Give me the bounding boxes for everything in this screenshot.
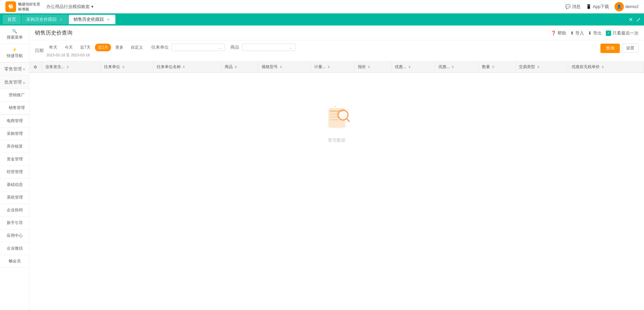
settings-icon: ⚙ <box>34 65 37 69</box>
content-area: 销售历史价查询 ❓ 帮助 ⬆ 导入 ⬇ 导出 ✓ <box>30 25 644 310</box>
sort-icon-goods <box>235 65 237 68</box>
sort-icon-discount2 <box>452 65 454 68</box>
goods-input[interactable] <box>245 45 288 50</box>
sidebar-item-operation-mgmt[interactable]: 经营管理 <box>0 166 29 178</box>
table-header-row: ⚙ 业务发生... 往来单位 往来单位名称 <box>30 61 644 73</box>
export-btn[interactable]: ⬇ 导出 <box>588 30 602 36</box>
sidebar-item-enterprise-wechat[interactable]: 企业微信 <box>0 242 29 255</box>
sort-icon-trade-type <box>537 65 539 68</box>
tab-home[interactable]: 首页 <box>3 15 21 24</box>
svg-rect-5 <box>330 119 338 120</box>
svg-line-8 <box>346 118 349 121</box>
app-selector[interactable]: 办公用品行业模拟账套 ▾ <box>44 2 96 11</box>
svg-point-7 <box>339 111 347 119</box>
close-all-tabs-btn[interactable]: ✕ <box>628 16 634 23</box>
tab-sales-history-close[interactable]: × <box>106 17 111 22</box>
sidebar: 🔍 搜索菜单 ⚡ 快捷导航 零售管理 ▾ 批发管理 ▴ 营销推广 销售管理 电商… <box>0 25 30 310</box>
sidebar-item-label: 零售管理 <box>4 66 22 72</box>
settings-button[interactable]: 设置 <box>622 44 639 53</box>
sidebar-item-inventory-check[interactable]: 库存核算 <box>0 140 29 153</box>
table-col-goods[interactable]: 商品 <box>221 61 258 73</box>
logo-area: 畅 畅捷信好生意 标准版 <box>5 1 40 12</box>
goods-field[interactable]: ... <box>242 44 296 51</box>
table-col-biz-date[interactable]: 业务发生... <box>42 61 101 73</box>
sidebar-item-ecommerce-mgmt[interactable]: 电商管理 <box>0 115 29 127</box>
goods-filter-group: 商品 ... <box>230 44 296 51</box>
table-col-quote[interactable]: 报价 <box>354 61 391 73</box>
sidebar-item-purchase-mgmt[interactable]: 采购管理 <box>0 127 29 140</box>
avatar: 👤 <box>614 2 624 11</box>
sidebar-item-enterprise-collab[interactable]: 企业协同 <box>0 204 29 217</box>
table-col-discount2[interactable]: 优惠... <box>435 61 479 73</box>
goods-label: 商品 <box>230 44 239 50</box>
page-content: 销售历史价查询 ❓ 帮助 ⬆ 导入 ⬇ 导出 ✓ <box>30 25 644 310</box>
sidebar-item-member[interactable]: 畅会员 <box>0 255 29 268</box>
date-btn-last1m[interactable]: 近1月 <box>95 44 111 51</box>
filter-bar: 日期 昨天 今天 近7天 近1月 更多 自定义 2023-02-18 至 202… <box>30 40 644 61</box>
sidebar-item-label: 库存核算 <box>7 144 23 149</box>
only-last-checkbox[interactable]: ✓ <box>606 31 611 36</box>
partner-input[interactable] <box>174 45 217 50</box>
search-menu-icon: 🔍 <box>12 29 17 34</box>
maximize-btn[interactable]: ⤢ <box>636 16 641 23</box>
date-btn-yesterday[interactable]: 昨天 <box>46 44 60 51</box>
sidebar-item-search-menu[interactable]: 🔍 搜索菜单 <box>0 25 29 44</box>
tab-purchase-history-label: 采购历史价跟踪 <box>26 16 57 22</box>
sidebar-item-label: 电商管理 <box>7 118 23 124</box>
only-last-checkbox-label[interactable]: ✓ 只看最后一次 <box>606 30 639 36</box>
message-action[interactable]: 💬 消息 <box>565 4 581 10</box>
import-btn[interactable]: ⬆ 导入 <box>570 30 584 36</box>
help-btn[interactable]: ❓ 帮助 <box>551 30 566 36</box>
sidebar-item-label: 采购管理 <box>7 131 23 137</box>
sidebar-item-wholesale-mgmt[interactable]: 批发管理 ▴ <box>0 76 29 89</box>
table-col-unit[interactable]: 计量... <box>311 61 355 73</box>
sidebar-item-sales-mgmt[interactable]: 销售管理 <box>0 102 29 114</box>
sidebar-item-label: 企业微信 <box>7 246 23 251</box>
partner-ellipsis[interactable]: ... <box>219 45 222 50</box>
sort-icon-discount1 <box>409 65 411 68</box>
sidebar-item-label: 快捷导航 <box>7 53 23 59</box>
import-icon: ⬆ <box>570 31 574 36</box>
sidebar-item-label: 营销推广 <box>9 92 25 98</box>
user-action[interactable]: 👤 demo2 <box>614 2 639 11</box>
date-btn-custom[interactable]: 自定义 <box>128 44 146 51</box>
date-btn-last7[interactable]: 近7天 <box>77 44 94 51</box>
table-col-spec[interactable]: 规格型号 <box>258 61 311 73</box>
goods-ellipsis[interactable]: ... <box>289 45 292 50</box>
tab-home-label: 首页 <box>7 16 16 22</box>
svg-rect-3 <box>330 114 341 115</box>
table-col-quantity[interactable]: 数量 <box>478 61 515 73</box>
tab-purchase-history-close[interactable]: × <box>59 17 63 22</box>
sidebar-item-finance-mgmt[interactable]: 资金管理 <box>0 153 29 166</box>
table-col-pre-tax-price[interactable]: 优惠前无税单价 <box>568 61 644 73</box>
table-col-partner-name[interactable]: 往来单位名称 <box>153 61 221 73</box>
sidebar-item-marketing-promo[interactable]: 营销推广 <box>0 89 29 102</box>
table-col-settings[interactable]: ⚙ <box>30 61 42 73</box>
tab-purchase-history[interactable]: 采购历史价跟踪 × <box>21 15 68 24</box>
header-left: 畅 畅捷信好生意 标准版 办公用品行业模拟账套 ▾ <box>5 1 96 12</box>
date-btn-more[interactable]: 更多 <box>112 44 126 51</box>
sort-icon-unit <box>328 65 330 68</box>
sidebar-item-label: 搜索菜单 <box>7 35 23 40</box>
table-col-trade-type[interactable]: 交易类型 <box>516 61 568 73</box>
app-download-action[interactable]: 📱 App下载 <box>586 4 609 10</box>
sidebar-item-system-mgmt[interactable]: 系统管理 <box>0 191 29 204</box>
date-btn-today[interactable]: 今天 <box>62 44 76 51</box>
sidebar-item-new-guide[interactable]: 新手引导 <box>0 217 29 229</box>
sort-icon-partner-name <box>183 65 185 68</box>
logo-text: 畅捷信好生意 标准版 <box>18 2 40 11</box>
main-layout: 🔍 搜索菜单 ⚡ 快捷导航 零售管理 ▾ 批发管理 ▴ 营销推广 销售管理 电商… <box>0 25 644 310</box>
top-header: 畅 畅捷信好生意 标准版 办公用品行业模拟账套 ▾ 💬 消息 📱 App下载 👤… <box>0 0 644 13</box>
filter-right-actions: 查询 设置 <box>600 44 639 53</box>
partner-field[interactable]: ... <box>171 44 225 51</box>
tab-sales-history[interactable]: 销售历史价跟踪 × <box>69 15 115 24</box>
sidebar-item-basic-info[interactable]: 基础信息 <box>0 178 29 191</box>
sidebar-item-app-center[interactable]: 应用中心 <box>0 229 29 242</box>
table-col-partner-code[interactable]: 往来单位 <box>101 61 153 73</box>
table-col-discount1[interactable]: 优惠... <box>391 61 435 73</box>
empty-text: 暂无数据 <box>328 137 345 143</box>
sidebar-item-retail-mgmt[interactable]: 零售管理 ▾ <box>0 63 29 76</box>
sidebar-item-quick-nav[interactable]: ⚡ 快捷导航 <box>0 44 29 62</box>
query-button[interactable]: 查询 <box>600 44 620 53</box>
svg-text:★: ★ <box>334 105 336 108</box>
